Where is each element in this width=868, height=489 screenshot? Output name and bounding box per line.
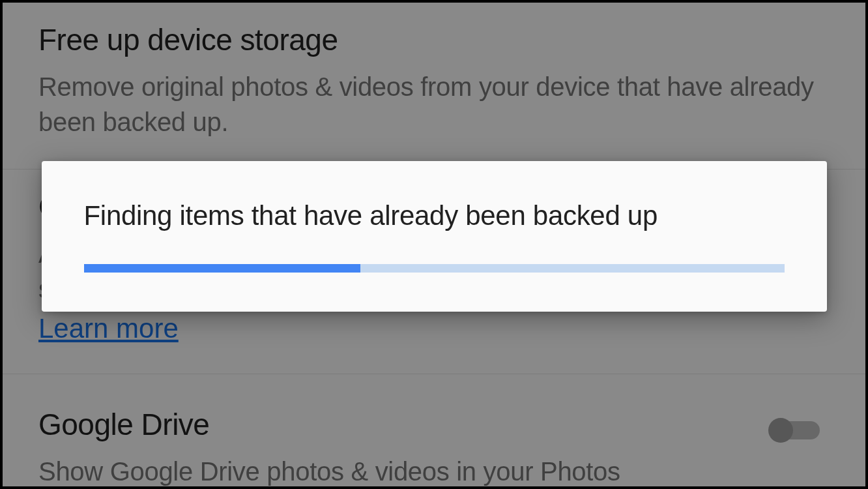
modal-overlay: Finding items that have already been bac… <box>3 3 865 486</box>
progress-fill <box>84 264 361 273</box>
progress-dialog: Finding items that have already been bac… <box>42 161 827 312</box>
progress-bar <box>84 264 785 273</box>
dialog-title: Finding items that have already been bac… <box>84 200 785 231</box>
